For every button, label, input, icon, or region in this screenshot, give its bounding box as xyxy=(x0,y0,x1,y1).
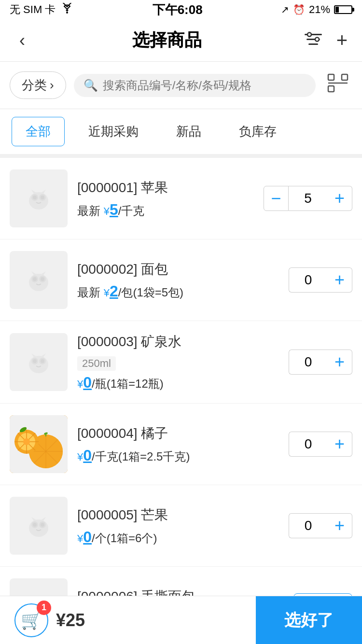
cart-total: ¥25 xyxy=(56,610,85,630)
svg-point-20 xyxy=(29,356,48,373)
cart-button[interactable]: 🛒 1 xyxy=(14,603,48,637)
quantity-control: + xyxy=(289,267,352,293)
quantity-control: + xyxy=(289,432,352,457)
list-item: [0000004] 橘子 ¥0/千克(1箱=2.5千克) + xyxy=(0,404,362,485)
product-price: 最新 ¥5/千克 xyxy=(77,201,254,219)
carrier-label: 无 SIM 卡 xyxy=(10,2,56,17)
status-bar: 无 SIM 卡 下午6:08 ↗ ⏰ 21% xyxy=(0,0,362,19)
svg-point-45 xyxy=(33,523,37,527)
list-item: [0000002] 面包 最新 ¥2/包(1袋=5包) + xyxy=(0,239,362,321)
quantity-input[interactable] xyxy=(289,267,327,293)
quantity-control: + xyxy=(289,350,352,375)
cart-badge: 1 xyxy=(37,601,51,615)
product-thumbnail xyxy=(10,415,68,473)
product-info: [0000005] 芒果 ¥0/个(1箱=6个) xyxy=(77,506,279,546)
product-info: [0000001] 苹果 最新 ¥5/千克 xyxy=(77,179,254,219)
quantity-input[interactable] xyxy=(289,432,327,457)
product-price: ¥0/千克(1箱=2.5千克) xyxy=(77,447,279,464)
wifi-icon xyxy=(60,3,74,16)
search-section: 分类 › 🔍 xyxy=(0,62,362,109)
quantity-increase-button[interactable]: + xyxy=(327,432,352,457)
cart-section: 🛒 1 ¥25 xyxy=(0,603,256,637)
svg-rect-3 xyxy=(308,43,318,45)
quantity-input[interactable] xyxy=(289,350,327,375)
product-price: ¥0/瓶(1箱=12瓶) xyxy=(77,374,279,392)
search-input-wrap: 🔍 xyxy=(74,74,316,97)
product-info: [0000004] 橘子 ¥0/千克(1箱=2.5千克) xyxy=(77,424,279,464)
category-chevron-icon: › xyxy=(50,78,54,93)
product-price: 最新 ¥2/包(1袋=5包) xyxy=(77,282,279,300)
quantity-control: + xyxy=(289,513,352,538)
product-name: [0000004] 橘子 xyxy=(77,424,279,443)
product-name: [0000005] 芒果 xyxy=(77,506,279,524)
product-thumbnail xyxy=(10,169,68,227)
product-name: [0000003] 矿泉水 xyxy=(77,333,279,351)
product-thumbnail xyxy=(10,497,68,555)
svg-point-19 xyxy=(41,277,44,281)
product-info: [0000003] 矿泉水 250ml ¥0/瓶(1箱=12瓶) xyxy=(77,333,279,392)
quantity-increase-button[interactable]: + xyxy=(327,186,352,211)
category-label: 分类 xyxy=(22,77,47,94)
product-spec: 250ml xyxy=(77,356,116,371)
status-left: 无 SIM 卡 xyxy=(10,2,74,17)
filter-icon[interactable] xyxy=(305,30,322,51)
svg-rect-7 xyxy=(342,74,348,80)
nav-bar: ‹ 选择商品 + xyxy=(0,19,362,62)
scan-button[interactable] xyxy=(323,71,352,99)
quantity-decrease-button[interactable]: − xyxy=(264,186,289,211)
tab-negative[interactable]: 负库存 xyxy=(225,117,291,146)
battery-icon xyxy=(334,5,352,14)
search-input[interactable] xyxy=(103,79,306,92)
svg-point-40 xyxy=(23,438,30,445)
category-button[interactable]: 分类 › xyxy=(10,71,66,99)
svg-point-14 xyxy=(41,196,44,199)
quantity-control: − + xyxy=(264,186,352,211)
product-thumbnail xyxy=(10,333,68,391)
svg-point-46 xyxy=(41,523,44,527)
page-title: 选择商品 xyxy=(30,28,305,52)
tab-all[interactable]: 全部 xyxy=(12,117,65,146)
quantity-increase-button[interactable]: + xyxy=(327,513,352,538)
list-item: [0000005] 芒果 ¥0/个(1箱=6个) + xyxy=(0,485,362,567)
status-right: ↗ ⏰ 21% xyxy=(281,3,352,16)
products-list: [0000001] 苹果 最新 ¥5/千克 − + xyxy=(0,158,362,644)
search-icon: 🔍 xyxy=(84,79,98,92)
back-button[interactable]: ‹ xyxy=(14,26,30,56)
quantity-input[interactable] xyxy=(289,513,327,538)
tab-recent[interactable]: 近期采购 xyxy=(74,117,153,146)
svg-point-13 xyxy=(33,196,37,199)
tab-new[interactable]: 新品 xyxy=(162,117,215,146)
product-thumbnail xyxy=(10,251,68,309)
svg-point-10 xyxy=(29,192,48,210)
svg-rect-6 xyxy=(328,74,334,80)
list-item: [0000003] 矿泉水 250ml ¥0/瓶(1箱=12瓶) + xyxy=(0,321,362,404)
svg-point-15 xyxy=(29,274,48,291)
svg-point-23 xyxy=(33,359,37,363)
nav-right-actions: + xyxy=(305,29,348,51)
status-time: 下午6:08 xyxy=(153,1,203,18)
location-icon: ↗ xyxy=(281,4,289,15)
bottom-bar: 🛒 1 ¥25 选好了 xyxy=(0,596,362,644)
product-name: [0000001] 苹果 xyxy=(77,179,254,197)
quantity-input[interactable] xyxy=(289,186,327,211)
svg-point-5 xyxy=(315,37,319,41)
svg-point-4 xyxy=(307,32,311,36)
confirm-button[interactable]: 选好了 xyxy=(256,596,362,644)
product-name: [0000002] 面包 xyxy=(77,260,279,279)
list-item: [0000001] 苹果 最新 ¥5/千克 − + xyxy=(0,158,362,239)
svg-point-24 xyxy=(41,359,44,363)
svg-rect-8 xyxy=(328,86,334,92)
quantity-increase-button[interactable]: + xyxy=(327,267,352,293)
quantity-increase-button[interactable]: + xyxy=(327,350,352,375)
svg-point-0 xyxy=(66,12,68,14)
tabs-section: 全部 近期采购 新品 负库存 xyxy=(0,109,362,158)
product-price: ¥0/个(1箱=6个) xyxy=(77,528,279,546)
product-info: [0000002] 面包 最新 ¥2/包(1袋=5包) xyxy=(77,260,279,300)
svg-point-42 xyxy=(29,519,48,537)
svg-point-18 xyxy=(33,277,37,281)
alarm-icon: ⏰ xyxy=(293,4,305,15)
battery-percent: 21% xyxy=(309,3,330,16)
add-button[interactable]: + xyxy=(336,29,348,51)
